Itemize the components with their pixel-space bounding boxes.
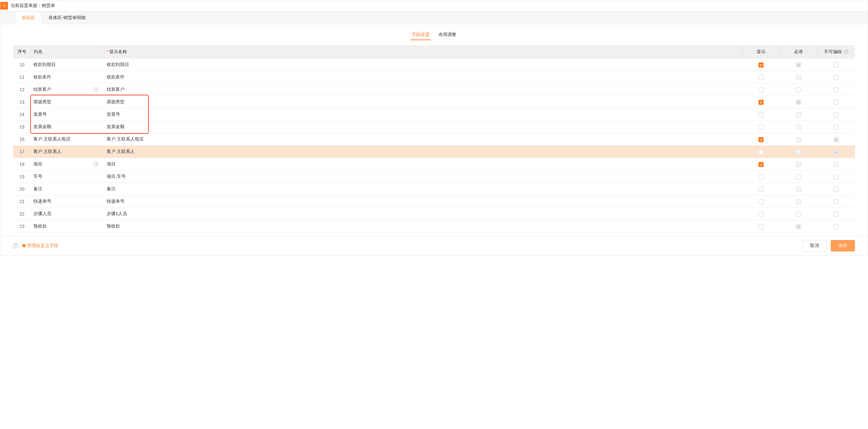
top-tab-0[interactable]: 表头区 [15, 11, 42, 24]
row-display-name[interactable]: 结算客户 [104, 84, 742, 96]
show-checkbox[interactable] [758, 199, 764, 204]
show-checkbox[interactable] [758, 187, 764, 192]
expand-toggle-button[interactable] [0, 2, 8, 9]
show-checkbox[interactable] [758, 174, 764, 179]
show-checkbox[interactable] [758, 112, 764, 117]
row-name-cell: 备注 [31, 183, 104, 195]
readonly-checkbox[interactable] [834, 174, 839, 179]
row-name: 备注 [33, 186, 42, 192]
row-display-name[interactable]: 项目.车号 [104, 171, 742, 183]
row-required-cell [780, 121, 817, 133]
add-subfield-button[interactable]: + [93, 87, 99, 92]
show-checkbox[interactable] [758, 62, 764, 67]
show-checkbox[interactable] [758, 75, 764, 80]
show-checkbox[interactable] [758, 149, 764, 154]
row-required-cell [780, 59, 817, 71]
table-header: 序号 列名 *显示名称 显示 必录 不可编辑 ? [13, 45, 855, 59]
row-required-cell [780, 220, 817, 233]
row-display-name[interactable]: 项目 [104, 158, 742, 171]
row-seq: 18 [13, 158, 31, 171]
row-display-name[interactable]: 快递单号 [104, 195, 742, 208]
col-header-display-name: *显示名称 [104, 45, 742, 59]
readonly-checkbox[interactable] [834, 75, 839, 80]
row-show-cell [742, 71, 780, 84]
readonly-checkbox[interactable] [834, 87, 839, 92]
save-button[interactable]: 保存 [831, 240, 855, 252]
readonly-checkbox[interactable] [834, 112, 839, 117]
readonly-checkbox [834, 149, 839, 154]
row-name-cell: 结算客户+ [31, 84, 104, 96]
add-subfield-button[interactable]: + [93, 161, 99, 167]
fields-table: 序号 列名 *显示名称 显示 必录 不可编辑 ? 10收款到期日收款到期日11收… [13, 45, 855, 233]
readonly-checkbox[interactable] [834, 211, 839, 217]
cancel-button[interactable]: 取消 [802, 240, 827, 252]
row-name: 车号 [33, 174, 42, 179]
show-checkbox[interactable] [758, 137, 764, 142]
row-name-cell: 客户.主联系人 [31, 146, 104, 158]
table-row: 14发票号发票号 [13, 108, 855, 121]
sub-tab-0[interactable]: 字段设置 [410, 29, 431, 40]
row-seq: 20 [13, 183, 31, 195]
show-checkbox[interactable] [758, 125, 764, 130]
row-seq: 14 [13, 108, 31, 121]
table-wrapper: 序号 列名 *显示名称 显示 必录 不可编辑 ? 10收款到期日收款到期日11收… [0, 40, 868, 233]
required-checkbox[interactable] [796, 174, 801, 179]
row-name: 项目 [33, 161, 42, 167]
show-checkbox[interactable] [758, 211, 764, 217]
row-display-name[interactable]: 客户.主联系人电话 [104, 133, 742, 146]
required-checkbox [796, 75, 801, 80]
readonly-checkbox[interactable] [834, 224, 839, 229]
required-checkbox[interactable] [796, 211, 801, 217]
required-checkbox [796, 224, 801, 229]
row-required-cell [780, 158, 817, 171]
readonly-checkbox [834, 162, 839, 167]
row-display-name[interactable]: 票据类型 [104, 96, 742, 108]
show-checkbox[interactable] [758, 224, 764, 229]
row-display-name[interactable]: 收款到期日 [104, 59, 742, 71]
row-show-cell [742, 59, 780, 71]
show-checkbox[interactable] [758, 100, 764, 105]
top-tab-1[interactable]: 表体区-销货单明细 [42, 11, 92, 24]
readonly-checkbox[interactable] [834, 199, 839, 204]
row-name-cell: 快递单号 [31, 195, 104, 208]
row-readonly-cell [817, 71, 855, 84]
row-show-cell [742, 195, 780, 208]
row-name-cell: 收款条件 [31, 71, 104, 84]
row-name: 结算客户 [33, 87, 51, 92]
row-name: 票据类型 [33, 99, 51, 105]
required-checkbox[interactable] [796, 87, 801, 92]
readonly-checkbox[interactable] [834, 62, 839, 67]
table-row: 12结算客户+结算客户 [13, 84, 855, 96]
row-display-name[interactable]: 收款条件 [104, 71, 742, 84]
row-seq: 21 [13, 195, 31, 208]
row-readonly-cell [817, 96, 855, 108]
manage-custom-fields-text: 管理自定义字段 [27, 243, 58, 249]
show-checkbox[interactable] [758, 162, 764, 167]
header-title-prefix: 当前设置单据： [10, 3, 42, 8]
table-row: 13票据类型票据类型 [13, 96, 855, 108]
row-readonly-cell [817, 108, 855, 121]
manage-custom-fields-link[interactable]: 管理自定义字段 [21, 243, 58, 249]
row-display-name[interactable]: 客户.主联系人 [104, 146, 742, 158]
readonly-checkbox[interactable] [834, 187, 839, 192]
show-checkbox[interactable] [758, 87, 764, 92]
help-icon[interactable]: ? [13, 243, 18, 248]
row-show-cell [742, 108, 780, 121]
readonly-checkbox[interactable] [834, 100, 839, 105]
help-icon[interactable]: ? [844, 50, 848, 54]
row-readonly-cell [817, 158, 855, 171]
row-required-cell [780, 133, 817, 146]
col-header-seq: 序号 [13, 45, 31, 59]
footer-right: 取消 保存 [802, 240, 855, 252]
row-display-name[interactable]: 发票金额 [104, 121, 742, 133]
row-display-name[interactable]: 备注 [104, 183, 742, 195]
row-display-name[interactable]: 预收款 [104, 220, 742, 233]
sub-tab-1[interactable]: 布局调整 [437, 29, 458, 40]
row-display-name[interactable]: 步骤1人员 [104, 208, 742, 220]
row-name: 收款到期日 [33, 62, 56, 67]
readonly-checkbox[interactable] [834, 125, 839, 130]
row-readonly-cell [817, 133, 855, 146]
row-show-cell [742, 121, 780, 133]
row-display-name[interactable]: 发票号 [104, 108, 742, 121]
row-required-cell [780, 208, 817, 220]
